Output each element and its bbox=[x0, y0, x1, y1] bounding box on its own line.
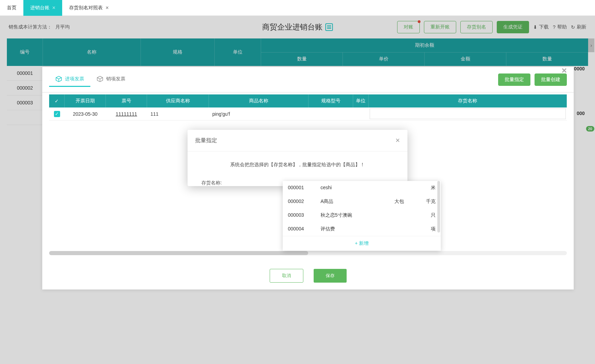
tab-alias[interactable]: 存货别名对照表 × bbox=[62, 0, 115, 16]
row-unit bbox=[353, 107, 369, 120]
cube-icon bbox=[55, 76, 62, 82]
cube-icon bbox=[97, 76, 103, 82]
tab-alias-label: 存货别名对照表 bbox=[69, 5, 103, 11]
dropdown-item[interactable]: 000002 A商品 大包 千克 bbox=[283, 195, 441, 208]
invoice-table-header: ✓ 开票日期 票号 供应商名称 商品名称 规格型号 单位 存货名称 bbox=[49, 94, 567, 107]
dropdown-list[interactable]: 000001 ceshi 米 000002 A商品 大包 千克 000003 秋… bbox=[283, 181, 441, 236]
th-spec: 规格型号 bbox=[308, 94, 353, 107]
th-checkbox[interactable]: ✓ bbox=[49, 94, 65, 107]
batch-assign-button[interactable]: 批量指定 bbox=[498, 73, 530, 86]
th-supplier: 供应商名称 bbox=[147, 94, 209, 107]
row-product: ping'gu'f bbox=[209, 107, 308, 120]
close-icon[interactable]: × bbox=[105, 5, 109, 11]
batch-assign-modal: 批量指定 × 系统会把您选择的【存货名称】，批量指定给选中的【商品】！ 存货名称… bbox=[188, 130, 407, 186]
scrollbar-thumb[interactable] bbox=[49, 251, 308, 255]
modal-title: 批量指定 bbox=[195, 137, 217, 144]
tab-home-label: 首页 bbox=[7, 5, 16, 11]
invoice-table: ✓ 开票日期 票号 供应商名称 商品名称 规格型号 单位 存货名称 ✓ 2023… bbox=[49, 94, 567, 121]
tab-home[interactable]: 首页 bbox=[0, 0, 23, 16]
invoice-header: 进项发票 销项发票 批量指定 批量创建 bbox=[42, 67, 574, 93]
dropdown-scrollbar[interactable] bbox=[437, 181, 440, 232]
row-date: 2023-05-30 bbox=[65, 107, 106, 120]
close-icon[interactable]: × bbox=[395, 136, 400, 145]
invoice-actions: 批量指定 批量创建 bbox=[498, 73, 567, 86]
invoice-row: ✓ 2023-05-30 11111111 111 ping'gu'f bbox=[49, 107, 567, 121]
dropdown-item[interactable]: 000003 秋之恋5寸澳碗 只 bbox=[283, 208, 441, 222]
modal-header: 批量指定 × bbox=[188, 130, 407, 151]
modal-tip: 系统会把您选择的【存货名称】，批量指定给选中的【商品】！ bbox=[201, 162, 394, 168]
row-inventory-input[interactable] bbox=[370, 109, 566, 119]
th-date: 开票日期 bbox=[65, 94, 106, 107]
invoice-footer: 取消 保存 bbox=[42, 262, 574, 289]
th-inventory: 存货名称 bbox=[369, 94, 567, 107]
tab-ledger[interactable]: 进销台账 × bbox=[23, 0, 62, 16]
invoice-tabs: 进项发票 销项发票 bbox=[49, 72, 132, 87]
row-spec bbox=[308, 107, 353, 120]
row-supplier: 111 bbox=[147, 107, 209, 120]
close-icon[interactable]: × bbox=[52, 5, 55, 11]
tabs-bar: 首页 进销台账 × 存货别名对照表 × bbox=[0, 0, 595, 16]
tab-invoice-in[interactable]: 进项发票 bbox=[49, 72, 90, 87]
tab-ledger-label: 进销台账 bbox=[30, 5, 49, 11]
cancel-button[interactable]: 取消 bbox=[270, 269, 303, 283]
inventory-dropdown: 000001 ceshi 米 000002 A商品 大包 千克 000003 秋… bbox=[283, 181, 441, 251]
row-ticket[interactable]: 11111111 bbox=[106, 107, 147, 120]
horizontal-scrollbar[interactable] bbox=[49, 251, 567, 255]
tab-invoice-out[interactable]: 销项发票 bbox=[90, 72, 132, 87]
batch-create-button[interactable]: 批量创建 bbox=[535, 73, 567, 86]
th-unit: 单位 bbox=[353, 94, 369, 107]
save-button[interactable]: 保存 bbox=[314, 269, 347, 283]
row-checkbox[interactable]: ✓ bbox=[49, 107, 65, 120]
th-ticket: 票号 bbox=[106, 94, 147, 107]
checkbox-checked-icon: ✓ bbox=[54, 111, 60, 117]
add-new-item[interactable]: + 新增 bbox=[283, 236, 441, 251]
th-product: 商品名称 bbox=[209, 94, 308, 107]
dropdown-item[interactable]: 000004 评估费 项 bbox=[283, 222, 441, 236]
dropdown-item[interactable]: 000001 ceshi 米 bbox=[283, 181, 441, 195]
